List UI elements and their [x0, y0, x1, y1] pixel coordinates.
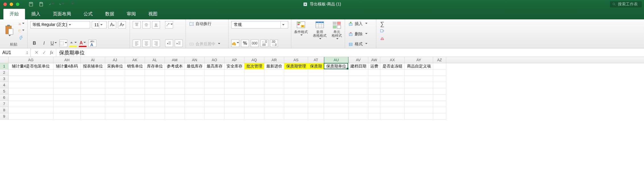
cancel-formula-button[interactable]: ✕: [35, 50, 38, 55]
cell-AW6[interactable]: [368, 95, 380, 101]
paste-button[interactable]: [3, 23, 15, 38]
cell-AN5[interactable]: [185, 88, 205, 95]
cell-AX9[interactable]: [380, 113, 405, 120]
number-format-select[interactable]: 常规: [231, 21, 288, 28]
cell-AN1[interactable]: 最低库存: [185, 63, 205, 69]
tab-插入[interactable]: 插入: [25, 9, 47, 19]
cell-AV2[interactable]: [348, 69, 368, 76]
cell-AR4[interactable]: [264, 82, 284, 88]
cell-AP1[interactable]: 安全库存: [225, 63, 244, 69]
redo-button[interactable]: [59, 2, 64, 7]
cell-AT9[interactable]: [308, 113, 324, 120]
cell-AZ2[interactable]: [433, 69, 446, 76]
cell-AS9[interactable]: [284, 113, 308, 120]
cell-AX5[interactable]: [380, 88, 405, 95]
cell-AI7[interactable]: [81, 101, 105, 107]
cell-AM8[interactable]: [165, 107, 185, 113]
cell-AK4[interactable]: [125, 82, 145, 88]
cell-AP5[interactable]: [225, 88, 244, 95]
column-header-AS[interactable]: AS: [284, 57, 308, 63]
cell-AZ3[interactable]: [433, 76, 446, 82]
tab-开始[interactable]: 开始: [3, 9, 25, 19]
column-header-AW[interactable]: AW: [368, 57, 380, 63]
cell-AS4[interactable]: [284, 82, 308, 88]
cell-AR6[interactable]: [264, 95, 284, 101]
cell-AP2[interactable]: [225, 69, 244, 76]
column-header-AT[interactable]: AT: [308, 57, 324, 63]
increase-font-button[interactable]: A▴: [108, 21, 116, 28]
cell-AW5[interactable]: [368, 88, 380, 95]
cell-AY3[interactable]: [405, 76, 433, 82]
increase-decimal-button[interactable]: ←.0.00: [260, 40, 268, 47]
cell-AY9[interactable]: [405, 113, 433, 120]
search-sheet-input[interactable]: 搜索工作表: [610, 1, 642, 7]
cell-AQ3[interactable]: [244, 76, 264, 82]
cell-AG8[interactable]: [9, 107, 53, 113]
align-left-button[interactable]: [133, 40, 141, 47]
cells-area[interactable]: 辅计量4是否包装单位辅计量4条码报表辅单位采购单位销售单位库存单位参考成本最低库…: [9, 63, 446, 120]
cell-AL8[interactable]: [145, 107, 165, 113]
cell-AI8[interactable]: [81, 107, 105, 113]
cell-AO9[interactable]: [205, 113, 225, 120]
tab-页面布局[interactable]: 页面布局: [47, 9, 77, 19]
cell-AV7[interactable]: [348, 101, 368, 107]
namebox-up[interactable]: ▲: [26, 51, 28, 53]
cell-AZ4[interactable]: [433, 82, 446, 88]
cell-AK9[interactable]: [125, 113, 145, 120]
cell-AX6[interactable]: [380, 95, 405, 101]
align-right-button[interactable]: [152, 40, 160, 47]
cell-AW8[interactable]: [368, 107, 380, 113]
cell-AG9[interactable]: [9, 113, 53, 120]
cell-AJ4[interactable]: [105, 82, 125, 88]
cell-AQ2[interactable]: [244, 69, 264, 76]
cell-AU1[interactable]: 保质期单位: [324, 63, 348, 69]
cell-AH1[interactable]: 辅计量4条码: [53, 63, 81, 69]
increase-indent-button[interactable]: [175, 40, 183, 47]
column-header-AL[interactable]: AL: [145, 57, 165, 63]
underline-button[interactable]: U: [50, 40, 58, 47]
cell-AT6[interactable]: [308, 95, 324, 101]
cell-AL6[interactable]: [145, 95, 165, 101]
cell-AQ6[interactable]: [244, 95, 264, 101]
cell-AL1[interactable]: 库存单位: [145, 63, 165, 69]
cell-AM9[interactable]: [165, 113, 185, 120]
cell-AG7[interactable]: [9, 101, 53, 107]
cell-AL5[interactable]: [145, 88, 165, 95]
formula-input[interactable]: 保质期单位: [56, 49, 644, 56]
decrease-font-button[interactable]: A▾: [118, 21, 126, 28]
cell-AU2[interactable]: [324, 69, 348, 76]
decrease-decimal-button[interactable]: .00→.0: [270, 40, 278, 47]
cell-AZ9[interactable]: [433, 113, 446, 120]
minimize-window-button[interactable]: [10, 3, 13, 6]
cell-AJ3[interactable]: [105, 76, 125, 82]
undo-button[interactable]: [49, 2, 54, 7]
row-header-2[interactable]: 2: [0, 69, 9, 76]
row-header-3[interactable]: 3: [0, 76, 9, 82]
comma-button[interactable]: 000: [251, 40, 259, 47]
cell-AG3[interactable]: [9, 76, 53, 82]
insert-cells-button[interactable]: 插入: [348, 21, 373, 27]
cell-AV9[interactable]: [348, 113, 368, 120]
cell-AG6[interactable]: [9, 95, 53, 101]
cell-AH9[interactable]: [53, 113, 81, 120]
cell-AM1[interactable]: 参考成本: [165, 63, 185, 69]
cell-AV8[interactable]: [348, 107, 368, 113]
orientation-button[interactable]: [165, 21, 173, 28]
cell-AY8[interactable]: [405, 107, 433, 113]
cell-AM6[interactable]: [165, 95, 185, 101]
cell-AN6[interactable]: [185, 95, 205, 101]
cut-button[interactable]: [18, 21, 24, 27]
cell-AR9[interactable]: [264, 113, 284, 120]
cell-AY2[interactable]: [405, 69, 433, 76]
cell-AI4[interactable]: [81, 82, 105, 88]
format-cells-button[interactable]: 格式: [348, 41, 373, 47]
cell-AG1[interactable]: 辅计量4是否包装单位: [9, 63, 53, 69]
cell-AJ6[interactable]: [105, 95, 125, 101]
cell-AN2[interactable]: [185, 69, 205, 76]
cell-AK6[interactable]: [125, 95, 145, 101]
cell-AK1[interactable]: 销售单位: [125, 63, 145, 69]
cell-AY5[interactable]: [405, 88, 433, 95]
cell-AI2[interactable]: [81, 69, 105, 76]
column-header-AM[interactable]: AM: [165, 57, 185, 63]
cell-AL3[interactable]: [145, 76, 165, 82]
